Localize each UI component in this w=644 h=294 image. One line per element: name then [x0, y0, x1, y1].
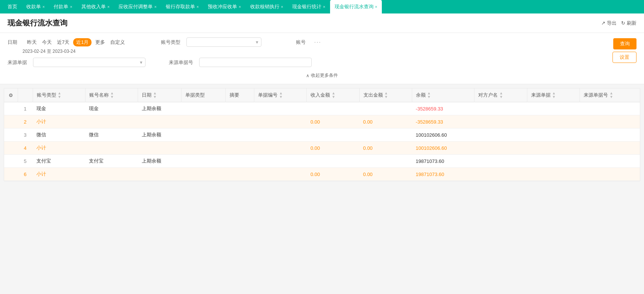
table-row: 4小计0.000.00100102606.60 — [4, 142, 640, 155]
close-icon[interactable]: × — [323, 0, 325, 13]
source-doc-no-label: 来源单据号 — [169, 59, 193, 66]
nav-tab-xianjinyinhangtonj[interactable]: 现金银行统计 × — [288, 0, 330, 13]
sort-icon: ▲▼ — [552, 91, 556, 99]
table-row: 5支付宝支付宝上期余额19871073.60 — [4, 155, 640, 168]
close-icon[interactable]: × — [42, 0, 45, 13]
date-btn-yesterday[interactable]: 昨天 — [26, 38, 38, 46]
date-range-display: 2023-02-24 至 2023-03-24 — [23, 49, 75, 54]
source-doc-label: 来源单据 — [8, 59, 27, 66]
close-icon[interactable]: × — [154, 0, 156, 13]
gear-icon[interactable]: ⚙ — [9, 93, 13, 98]
export-button[interactable]: ↗ 导出 — [601, 20, 617, 27]
settings-button[interactable]: 设置 — [612, 52, 636, 63]
filter-area: 日期 昨天 今天 近7天 近1月 更多 自定义 账号类型 ▾ — [0, 33, 644, 84]
export-icon: ↗ — [601, 20, 605, 26]
th-source-doc-no[interactable]: 来源单据号 ▲▼ — [579, 88, 640, 102]
account-ellipsis-button[interactable]: ··· — [314, 39, 321, 46]
table-row: 2小计0.000.00-3528659.33 — [4, 115, 640, 128]
th-summary[interactable]: 摘要 — [226, 88, 254, 102]
th-counterparty[interactable]: 对方户名 ▲▼ — [474, 88, 527, 102]
th-account-type[interactable]: 账号类型 ▲▼ — [33, 88, 85, 102]
nav-tab-shoukuandan[interactable]: 收款单 × — [22, 0, 49, 13]
close-icon[interactable]: × — [197, 0, 199, 13]
chevron-up-icon: ∧ — [306, 73, 309, 78]
nav-tab-shoukuanhe[interactable]: 收款核销执行 × — [246, 0, 288, 13]
nav-tab-yinhangcunqukuan[interactable]: 银行存取款单 × — [161, 0, 203, 13]
th-doc-type[interactable]: 单据类型 — [182, 88, 226, 102]
date-btn-custom[interactable]: 自定义 — [109, 38, 126, 46]
th-doc-no[interactable]: 单据编号 ▲▼ — [254, 88, 306, 102]
top-nav: 首页 收款单 × 付款单 × 其他收入单 × 应收应付调整单 × 银行存取款单 … — [0, 0, 644, 13]
close-icon[interactable]: × — [239, 0, 241, 13]
refresh-button[interactable]: ↻ 刷新 — [621, 20, 636, 27]
table-area: ⚙ 账号类型 ▲▼ 账号名称 ▲▼ — [4, 88, 640, 181]
close-icon[interactable]: × — [281, 0, 283, 13]
sort-icon: ▲▼ — [279, 91, 283, 99]
sort-icon: ▲▼ — [384, 91, 388, 99]
collapse-bar[interactable]: ∧ 收起更多条件 — [8, 71, 636, 81]
source-doc-select[interactable] — [33, 58, 146, 67]
date-btn-1month[interactable]: 近1月 — [73, 38, 92, 46]
nav-tab-fukuandan[interactable]: 付款单 × — [49, 0, 77, 13]
date-label: 日期 — [8, 39, 20, 46]
date-btn-7days[interactable]: 近7天 — [56, 38, 71, 46]
th-gear[interactable]: ⚙ — [4, 88, 18, 102]
sort-icon: ▲▼ — [609, 91, 613, 99]
th-date[interactable]: 日期 ▲▼ — [138, 88, 182, 102]
filter-row-date: 日期 昨天 今天 近7天 近1月 更多 自定义 账号类型 ▾ — [8, 37, 597, 47]
sort-icon: ▲▼ — [110, 91, 114, 99]
sort-icon: ▲▼ — [58, 91, 62, 99]
sort-icon: ▲▼ — [332, 91, 335, 99]
close-icon[interactable]: × — [107, 0, 110, 13]
nav-tab-yushouping[interactable]: 预收冲应收单 × — [203, 0, 245, 13]
th-income[interactable]: 收入金额 ▲▼ — [307, 88, 359, 102]
query-button[interactable]: 查询 — [613, 38, 636, 49]
refresh-icon: ↻ — [621, 20, 625, 26]
th-source-doc[interactable]: 来源单据 ▲▼ — [527, 88, 579, 102]
account-label: 账号 — [296, 39, 308, 46]
table-row: 1现金现金上期余额-3528659.33 — [4, 102, 640, 115]
account-type-select[interactable] — [186, 37, 261, 47]
nav-tab-qitashouru[interactable]: 其他收入单 × — [77, 0, 114, 13]
source-doc-select-wrapper: ▾ — [33, 58, 146, 67]
table-header-row: ⚙ 账号类型 ▲▼ 账号名称 ▲▼ — [4, 88, 640, 102]
close-icon[interactable]: × — [70, 0, 72, 13]
page-title: 现金银行流水查询 — [8, 18, 68, 28]
nav-tab-liushui[interactable]: 现金银行流水查询 × — [330, 0, 382, 13]
table-row: 3微信微信上期余额100102606.60 — [4, 128, 640, 142]
th-num — [18, 88, 33, 102]
source-doc-no-input[interactable] — [199, 58, 312, 67]
nav-home[interactable]: 首页 — [3, 3, 22, 10]
nav-tab-yingshouyingfu[interactable]: 应收应付调整单 × — [114, 0, 161, 13]
th-expense[interactable]: 支出金额 ▲▼ — [359, 88, 412, 102]
sort-icon: ▲▼ — [427, 91, 431, 99]
header-actions: ↗ 导出 ↻ 刷新 — [601, 20, 636, 27]
th-account-name[interactable]: 账号名称 ▲▼ — [85, 88, 138, 102]
page-header: 现金银行流水查询 ↗ 导出 ↻ 刷新 — [0, 13, 644, 33]
filter-row-source: 来源单据 ▾ 来源单据号 — [8, 58, 597, 67]
th-balance[interactable]: 余额 ▲▼ — [412, 88, 474, 102]
account-type-label: 账号类型 — [161, 39, 180, 46]
date-btn-today[interactable]: 今天 — [41, 38, 53, 46]
table-row: 6小计0.000.0019871073.60 — [4, 168, 640, 181]
sort-icon: ▲▼ — [153, 91, 157, 99]
date-btn-more[interactable]: 更多 — [94, 38, 107, 46]
account-type-select-wrapper: ▾ — [186, 37, 261, 47]
data-table: ⚙ 账号类型 ▲▼ 账号名称 ▲▼ — [4, 88, 640, 181]
date-options: 昨天 今天 近7天 近1月 更多 自定义 — [26, 38, 126, 46]
close-icon[interactable]: × — [375, 0, 377, 13]
main-content: ⚙ 账号类型 ▲▼ 账号名称 ▲▼ — [0, 88, 644, 189]
sort-icon: ▲▼ — [499, 91, 503, 99]
